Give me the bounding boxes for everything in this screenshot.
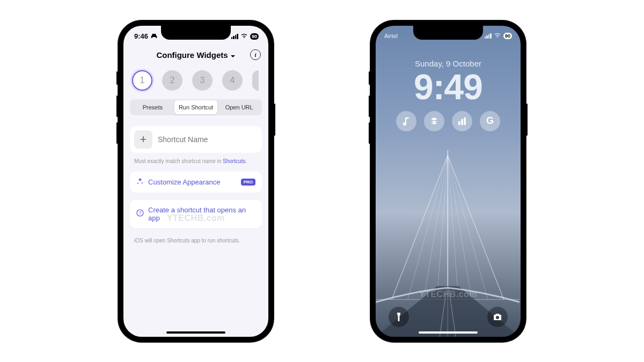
lock-widget-row: G xyxy=(396,111,500,131)
shortcut-name-card: + xyxy=(130,126,262,153)
lock-widget-chart[interactable] xyxy=(452,111,472,131)
svg-rect-4 xyxy=(464,117,466,125)
page-title: Configure Widgets xyxy=(156,50,228,60)
home-indicator[interactable] xyxy=(419,331,478,334)
notch xyxy=(413,26,483,40)
shortcut-name-input[interactable] xyxy=(158,135,258,144)
header: Configure Widgets i xyxy=(123,47,268,65)
carplay-icon xyxy=(150,32,158,40)
lock-widget-layers[interactable] xyxy=(424,111,444,131)
bar-chart-icon xyxy=(457,116,467,126)
header-title-dropdown[interactable]: Configure Widgets xyxy=(156,50,235,60)
question-circle-icon: ? xyxy=(136,209,144,218)
segment-run-shortcut[interactable]: Run Shortcut xyxy=(174,100,218,114)
customize-label: Customize Appearance xyxy=(148,178,237,186)
chevron-down-icon xyxy=(230,50,236,60)
flashlight-icon xyxy=(394,312,403,322)
create-shortcut-row[interactable]: ? Create a shortcut that opens an app xyxy=(130,200,262,228)
battery-icon: 90 xyxy=(250,33,259,40)
mode-segmented-control: Presets Run Shortcut Open URL xyxy=(130,99,262,115)
configure-widgets-screen: 9:46 90 Configure Widgets i xyxy=(123,26,268,337)
lock-date: Sunday, 9 October xyxy=(415,59,481,68)
segment-open-url[interactable]: Open URL xyxy=(217,100,261,114)
home-indicator[interactable] xyxy=(166,331,225,334)
ios-note: iOS will open Shortcuts app to run short… xyxy=(130,235,262,251)
widget-slot-4[interactable]: 4 xyxy=(222,70,243,91)
svg-rect-2 xyxy=(458,121,460,125)
create-shortcut-label: Create a shortcut that opens an app xyxy=(148,206,255,222)
google-g-icon: G xyxy=(486,115,494,127)
add-icon-button[interactable]: + xyxy=(134,130,152,149)
phone-right: Airtel 90 Sunday, 9 October 9:49 G xyxy=(370,20,526,342)
carrier-label: Airtel xyxy=(384,33,398,39)
notch xyxy=(161,26,231,40)
lock-screen: Airtel 90 Sunday, 9 October 9:49 G xyxy=(376,26,521,337)
svg-rect-3 xyxy=(461,119,463,125)
camera-button[interactable] xyxy=(487,307,508,327)
lock-widget-music[interactable] xyxy=(396,111,416,131)
lock-time: 9:49 xyxy=(414,69,482,105)
customize-appearance-row[interactable]: Customize Appearance PRO xyxy=(130,172,262,193)
signal-icon xyxy=(485,33,492,39)
wifi-icon xyxy=(494,33,501,39)
battery-icon: 90 xyxy=(503,33,512,39)
svg-text:?: ? xyxy=(138,210,141,216)
layers-icon xyxy=(429,116,439,126)
info-button[interactable]: i xyxy=(250,49,261,60)
flashlight-button[interactable] xyxy=(389,307,409,327)
widget-slot-1[interactable]: 1 xyxy=(132,70,152,91)
status-time: 9:46 xyxy=(134,32,148,40)
phone-left: 9:46 90 Configure Widgets i xyxy=(118,20,274,342)
lock-widget-google[interactable]: G xyxy=(480,111,500,131)
widget-slot-5-partial[interactable] xyxy=(252,70,259,91)
segment-presets[interactable]: Presets xyxy=(131,100,174,114)
wifi-icon xyxy=(240,32,248,40)
widget-slot-3[interactable]: 3 xyxy=(192,70,213,91)
pro-badge: PRO xyxy=(241,179,255,186)
shortcut-hint: Must exactly match shortcut name in Shor… xyxy=(130,156,262,172)
music-note-icon xyxy=(401,116,411,126)
sparkle-icon xyxy=(136,178,144,187)
shortcuts-link[interactable]: Shortcuts xyxy=(223,158,245,164)
watermark: YTECHB.com xyxy=(419,290,477,299)
signal-icon xyxy=(231,34,238,39)
widget-slot-row: 1 2 3 4 xyxy=(123,65,268,99)
camera-icon xyxy=(493,313,502,321)
widget-slot-2[interactable]: 2 xyxy=(162,70,182,91)
